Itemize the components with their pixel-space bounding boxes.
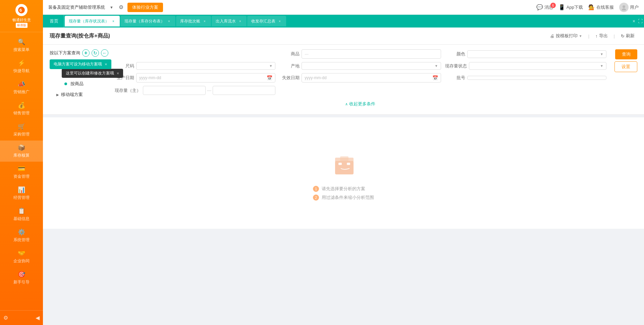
sidebar-item-operation[interactable]: 📊 经营管理 <box>0 183 43 204</box>
settings-icon[interactable]: ⚙ <box>3 315 8 321</box>
search-button[interactable]: 查询 <box>615 49 637 59</box>
sidebar-item-label: 快捷导航 <box>13 68 30 74</box>
tab-stock-dist-close[interactable]: × <box>167 19 171 23</box>
svg-point-3 <box>622 8 626 10</box>
scheme-tree-mobile[interactable]: ▶ 移动端方案 <box>56 91 110 99</box>
collapse-sidebar-icon[interactable]: ◀ <box>36 315 40 321</box>
product-input[interactable]: ··· <box>302 49 441 59</box>
page-header: 现存量查询(按仓库+商品) 🖨 按模板打印 ▼ | ↑ 导出 | ↻ 刷新 <box>43 28 644 45</box>
produce-date-value: yyyy-mm-dd <box>139 75 265 80</box>
system-dropdown-icon[interactable]: ▼ <box>110 5 113 9</box>
expire-date-label: 失效日期 <box>279 75 300 81</box>
print-dropdown-icon[interactable]: ▼ <box>579 34 582 38</box>
add-scheme-button[interactable]: + <box>82 49 90 57</box>
print-button[interactable]: 🖨 按模板打印 ▼ <box>547 32 585 40</box>
sidebar-item-label: 基础信息 <box>13 216 30 222</box>
tab-in-out-flow-close[interactable]: × <box>238 19 243 23</box>
header-actions: 💬 消息 6 📱 App下载 💁 在线客服 用户 <box>536 3 639 12</box>
svg-rect-6 <box>340 156 348 161</box>
message-icon: 💬 <box>536 4 543 10</box>
sidebar: 6 畅通好生意 标准版 🔍 搜索菜单 ⚡ 快捷导航 📣 营销推广 💰 销售管理 … <box>0 0 43 325</box>
stock-qty-to[interactable] <box>213 86 275 95</box>
hint-num-1: 1 <box>313 186 319 192</box>
online-service-action[interactable]: 💁 在线客服 <box>588 4 614 10</box>
hint-text-1: 请先选择要分析的方案 <box>322 184 365 193</box>
tab-batch-account[interactable]: 库存批次账 × <box>176 16 211 26</box>
stock-qty-from[interactable] <box>143 86 206 95</box>
produce-date-calendar-icon[interactable]: 📅 <box>267 75 272 80</box>
sidebar-item-quick-nav[interactable]: ⚡ 快捷导航 <box>0 56 43 77</box>
sidebar-item-system[interactable]: ⚙️ 系统管理 <box>0 225 43 246</box>
origin-select[interactable]: ▼ <box>302 62 441 70</box>
sidebar-item-guide[interactable]: 🎯 新手引导 <box>0 267 43 288</box>
sidebar-item-enterprise[interactable]: 🤝 企业协同 <box>0 246 43 267</box>
edit-tooltip-container: 这里可以创建和修改方案哦 × 按商品 <box>62 69 110 88</box>
size-select[interactable]: ▼ <box>136 62 275 70</box>
tab-stock-status-close[interactable]: × <box>111 19 116 23</box>
empty-hint-2: 2 用过滤条件来缩小分析范围 <box>313 193 374 202</box>
expire-date-calendar-icon[interactable]: 📅 <box>432 75 438 80</box>
scheme-tooltip-close[interactable]: × <box>105 62 107 67</box>
scheme-tree-by-product[interactable]: 按商品 <box>64 80 110 88</box>
tab-collect-send[interactable]: 收发存汇总表 × <box>247 16 286 26</box>
scheme-header-row: 按以下方案查询 + ↻ ← <box>50 49 110 57</box>
edit-tooltip-popup: 这里可以创建和修改方案哦 × <box>62 69 123 78</box>
empty-state: 1 请先选择要分析的方案 2 用过滤条件来缩小分析范围 <box>43 117 644 229</box>
export-button[interactable]: ↑ 导出 <box>593 32 610 40</box>
app-download-action[interactable]: 📱 App下载 <box>558 4 583 10</box>
produce-date-input[interactable]: yyyy-mm-dd 📅 <box>136 73 275 83</box>
collapse-icon: ∧ <box>345 102 348 106</box>
scheme-dot <box>64 83 67 85</box>
sidebar-item-sales[interactable]: 💰 销售管理 <box>0 98 43 119</box>
tab-fullscreen-icon[interactable]: ⛶ <box>638 18 643 24</box>
refresh-button[interactable]: ↻ 刷新 <box>618 32 637 40</box>
sidebar-item-label: 系统管理 <box>13 237 30 243</box>
svg-text:6: 6 <box>19 8 22 13</box>
field-size: 尺码 ▼ <box>114 62 275 70</box>
collapse-bar[interactable]: ∧ 收起更多条件 <box>114 98 606 110</box>
tab-stock-dist[interactable]: 现存量（库存分布表） × <box>120 16 175 26</box>
sidebar-item-search[interactable]: 🔍 搜索菜单 <box>0 35 43 56</box>
color-select[interactable]: ▼ <box>467 50 606 58</box>
sidebar-item-purchase[interactable]: 🛒 采购管理 <box>0 119 43 141</box>
reset-button[interactable]: 设置 <box>614 61 637 72</box>
inventory-icon: 📦 <box>18 144 25 151</box>
field-stock-qty: 现存量（主） — <box>114 86 275 95</box>
tab-home[interactable]: 首页 <box>44 15 64 28</box>
tab-in-out-flow[interactable]: 出入库流水 × <box>212 16 247 26</box>
back-scheme-button[interactable]: ← <box>101 49 108 57</box>
size-dropdown-icon: ▼ <box>269 64 272 68</box>
messages-action[interactable]: 💬 消息 6 <box>536 4 553 10</box>
edit-tooltip-close[interactable]: × <box>117 71 119 76</box>
header-settings-icon[interactable]: ⚙ <box>119 4 123 10</box>
sidebar-item-marketing[interactable]: 📣 营销推广 <box>0 77 43 98</box>
product-dots-icon[interactable]: ··· <box>305 51 309 57</box>
basic-icon: 📋 <box>18 207 25 215</box>
sidebar-nav: 🔍 搜索菜单 ⚡ 快捷导航 📣 营销推广 💰 销售管理 🛒 采购管理 📦 库存核… <box>0 32 43 310</box>
sidebar-item-label: 搜索菜单 <box>13 47 30 53</box>
expire-date-input[interactable]: yyyy-mm-dd 📅 <box>302 73 441 83</box>
sidebar-item-finance[interactable]: 💳 资金管理 <box>0 162 43 183</box>
page-title: 现存量查询(按仓库+商品) <box>50 33 110 40</box>
marketing-icon: 📣 <box>18 80 25 88</box>
stock-status-select[interactable]: ▼ <box>469 62 606 70</box>
search-icon: 🔍 <box>18 38 25 46</box>
page-actions: 🖨 按模板打印 ▼ | ↑ 导出 | ↻ 刷新 <box>547 32 637 40</box>
online-service-label: 在线客服 <box>596 4 614 10</box>
refresh-scheme-button[interactable]: ↻ <box>92 49 99 57</box>
sidebar-item-basic[interactable]: 📋 基础信息 <box>0 204 43 225</box>
field-produce-date: 生产日期 yyyy-mm-dd 📅 <box>114 73 275 83</box>
scheme-arrow-mobile: ▶ <box>56 93 59 97</box>
tab-batch-account-close[interactable]: × <box>202 19 207 23</box>
sidebar-item-inventory[interactable]: 📦 库存核算 <box>0 141 43 162</box>
trial-button[interactable]: 体验行业方案 <box>127 3 163 12</box>
sidebar-bottom: ⚙ ◀ <box>0 310 43 325</box>
tab-stock-status[interactable]: 现存量（库存状况表） × <box>65 16 120 26</box>
tab-collect-send-close[interactable]: × <box>277 19 282 23</box>
batch-no-input[interactable] <box>467 76 606 80</box>
tab-close-all-icon[interactable]: × <box>633 18 635 24</box>
purchase-icon: 🛒 <box>18 123 25 130</box>
user-label: 用户 <box>630 4 639 10</box>
user-action[interactable]: 用户 <box>619 3 639 12</box>
color-dropdown-icon: ▼ <box>600 52 603 56</box>
